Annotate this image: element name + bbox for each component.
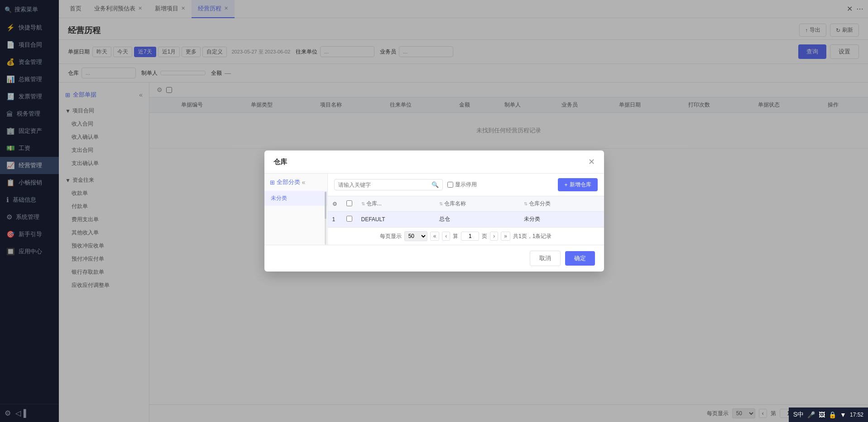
warehouse-modal: 仓库 ✕ ⊞ 全部分类 « 未分类: [264, 150, 604, 272]
modal-per-page-select[interactable]: 50 100: [404, 231, 427, 241]
modal-content: 🔍 显示停用 + 新增仓库: [328, 174, 604, 245]
modal-sidebar-collapse-icon[interactable]: «: [302, 179, 306, 186]
modal-sidebar-uncategorized[interactable]: 未分类: [264, 191, 327, 206]
show-disabled-checkbox[interactable]: [447, 182, 453, 188]
grid-icon2: ⊞: [270, 179, 275, 186]
modal-sidebar-scrollbar[interactable]: [325, 192, 326, 245]
modal-select-all-checkbox[interactable]: [346, 200, 352, 206]
modal-row-name: 总仓: [435, 212, 519, 227]
show-disabled-label[interactable]: 显示停用: [447, 181, 477, 189]
tray-icon-s[interactable]: S中: [793, 411, 804, 419]
modal-title: 仓库: [273, 158, 287, 166]
modal-row-gear: 1: [328, 212, 342, 227]
modal-th-checkbox: [342, 196, 357, 212]
sort-icon2: ⇅: [439, 201, 443, 206]
modal-search[interactable]: 🔍: [334, 179, 443, 190]
modal-sidebar: ⊞ 全部分类 « 未分类: [264, 174, 328, 245]
modal-th-category: ⇅ 仓库分类: [519, 196, 604, 212]
modal-row-checkbox[interactable]: [342, 212, 357, 227]
modal-page-input[interactable]: [461, 232, 479, 241]
modal-per-page-label: 每页显示: [380, 233, 402, 240]
modal-th-name: ⇅ 仓库名称: [435, 196, 519, 212]
modal-overlay: 仓库 ✕ ⊞ 全部分类 « 未分类: [0, 0, 868, 422]
modal-total-text: 共1页，1条记录: [513, 233, 551, 240]
uncategorized-label: 未分类: [271, 195, 287, 201]
modal-row-code: DEFAULT: [357, 212, 435, 227]
modal-page-unit: 页: [482, 233, 487, 240]
modal-th-gear: ⚙: [328, 196, 342, 212]
plus-icon: +: [564, 182, 567, 188]
modal-row-select-checkbox[interactable]: [346, 216, 352, 222]
tray-icon-filter[interactable]: ▼: [840, 411, 846, 418]
modal-table-container: ⚙ ⇅ 仓库... ⇅: [328, 196, 604, 227]
system-time: 17:52: [850, 412, 863, 418]
confirm-button[interactable]: 确定: [565, 251, 595, 266]
modal-first-page-button[interactable]: «: [430, 232, 440, 241]
modal-header: 仓库 ✕: [264, 150, 604, 174]
sort-icon: ⇅: [361, 201, 365, 206]
modal-row-category: 未分类: [519, 212, 604, 227]
modal-close-icon[interactable]: ✕: [588, 157, 595, 167]
modal-toolbar: 🔍 显示停用 + 新增仓库: [328, 174, 604, 196]
modal-body: ⊞ 全部分类 « 未分类 🔍: [264, 174, 604, 245]
modal-pagination: 每页显示 50 100 « ‹ 算 页 › » 共1页，1条记录: [328, 227, 604, 245]
modal-prev-page-button[interactable]: ‹: [442, 232, 450, 241]
modal-table: ⚙ ⇅ 仓库... ⇅: [328, 196, 604, 227]
modal-table-row[interactable]: 1 DEFAULT 总仓 未分类: [328, 212, 604, 227]
add-warehouse-button[interactable]: + 新增仓库: [558, 178, 597, 191]
search-icon2: 🔍: [432, 181, 439, 188]
sort-icon3: ⇅: [524, 201, 528, 206]
modal-sidebar-label: 全部分类: [277, 178, 300, 186]
modal-next-page-button[interactable]: ›: [490, 232, 498, 241]
system-tray: S中 🎤 🖼 🔒 ▼ 17:52: [789, 407, 868, 422]
modal-search-input[interactable]: [338, 182, 430, 188]
add-btn-label: 新增仓库: [570, 181, 591, 189]
cancel-button[interactable]: 取消: [530, 251, 561, 266]
modal-actions: 取消 确定: [264, 245, 604, 272]
modal-sidebar-scrollbar-thumb: [325, 192, 326, 219]
tray-icon-img[interactable]: 🖼: [819, 411, 825, 418]
tray-icon-mic[interactable]: 🎤: [807, 411, 815, 418]
modal-last-page-button[interactable]: »: [501, 232, 510, 241]
gear-icon3[interactable]: ⚙: [332, 201, 337, 207]
modal-sidebar-header[interactable]: ⊞ 全部分类 «: [264, 174, 327, 191]
tray-icon-lock[interactable]: 🔒: [829, 411, 836, 418]
modal-page-label: 算: [453, 233, 458, 240]
modal-th-code: ⇅ 仓库...: [357, 196, 435, 212]
